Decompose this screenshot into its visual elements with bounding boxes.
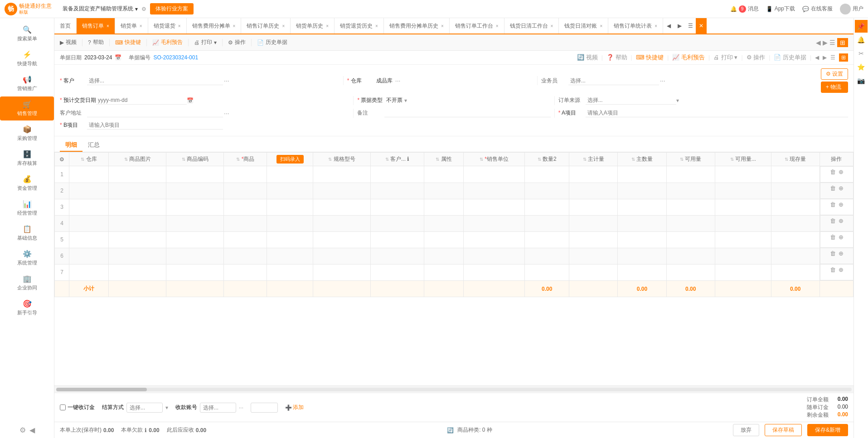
sidebar-item-enterprise[interactable]: 🏢 企业协同 <box>0 271 54 295</box>
sidebar-item-quicknav[interactable]: ⚡ 快捷导航 <box>0 47 54 71</box>
settings-icon[interactable]: ⚙ <box>141 6 146 12</box>
delivery-calendar-icon[interactable]: 📅 <box>187 97 194 104</box>
help2-icon[interactable]: ❓ 帮助 <box>606 53 627 62</box>
customer-addr-input[interactable] <box>87 109 223 117</box>
right-icon-2[interactable]: 🔔 <box>855 34 868 46</box>
warehouse-more-btn[interactable]: ··· <box>395 77 401 84</box>
payment-account-input[interactable] <box>200 403 236 413</box>
row-copy-icon[interactable]: ⊕ <box>839 185 844 197</box>
toolbar-nav-next[interactable]: ▶ <box>823 38 828 47</box>
tab-close-order-stats[interactable]: × <box>655 24 657 29</box>
tab-sales-expense[interactable]: 销售费用分摊单 × <box>187 18 242 34</box>
addr-more-btn[interactable]: ··· <box>224 110 229 117</box>
row-copy-icon[interactable]: ⊕ <box>839 250 844 262</box>
sync-bottom-icon[interactable]: 🔄 <box>447 427 454 433</box>
row-delete-icon[interactable]: 🗑 <box>830 217 836 229</box>
sidebar-item-system[interactable]: ⚙️ 系统管理 <box>0 246 54 270</box>
toolbar-profit[interactable]: 📈 毛利预告 <box>152 39 183 46</box>
toolbar-grid-view[interactable]: ⊞ <box>837 38 848 47</box>
right-icon-4[interactable]: ⭐ <box>855 61 868 73</box>
sidebar-item-operations[interactable]: 📊 经营管理 <box>0 196 54 220</box>
sidebar-item-search[interactable]: 🔍 搜索菜单 <box>0 22 54 46</box>
toolbar-history[interactable]: 📄 历史单据 <box>257 39 287 46</box>
row-copy-icon[interactable]: ⊕ <box>839 217 844 229</box>
ops2-icon[interactable]: ⚙ 操作 <box>747 53 766 62</box>
row-delete-icon[interactable]: 🗑 <box>830 201 836 213</box>
nav-prev2-icon[interactable]: ◀ <box>815 54 819 61</box>
toolbar-video[interactable]: ▶ 视频 <box>60 39 77 46</box>
order-source-dropdown-icon[interactable]: ▾ <box>676 97 679 104</box>
tab-daily-reconcile[interactable]: 钱货日清对账 × <box>559 18 608 34</box>
sidebar-collapse-icon[interactable]: ◀ <box>29 426 35 434</box>
grid2-icon[interactable]: ⊞ <box>839 53 848 62</box>
save-new-btn[interactable]: 保存&新增 <box>807 424 848 436</box>
tab-close-daily-workbench[interactable]: × <box>551 24 553 29</box>
col-scan[interactable]: 扫码录入 <box>267 153 313 166</box>
settings-panel-btn[interactable]: ⚙ 设置 <box>821 68 848 80</box>
toolbar-list-view[interactable]: ☰ <box>829 38 835 47</box>
sidebar-item-marketing[interactable]: 📢 营销推广 <box>0 72 54 96</box>
system-name[interactable]: 装备及固定资产辅助管理系统 ▾ <box>63 5 138 13</box>
row-delete-icon[interactable]: 🗑 <box>830 266 836 278</box>
delivery-date-input[interactable] <box>96 96 187 105</box>
detail-tab-huizong[interactable]: 汇总 <box>82 139 105 152</box>
sidebar-item-inventory[interactable]: 🗄️ 库存核算 <box>0 146 54 170</box>
row-delete-icon[interactable]: 🗑 <box>830 185 836 197</box>
tab-menu-btn[interactable]: ☰ <box>685 18 696 34</box>
history2-icon[interactable]: 📄 历史单据 <box>774 53 806 62</box>
payment-method-input[interactable] <box>126 403 163 413</box>
sidebar-item-purchase[interactable]: 📦 采购管理 <box>0 121 54 145</box>
row-delete-icon[interactable]: 🗑 <box>830 168 836 180</box>
online-service-btn[interactable]: 💬 在线客服 <box>802 5 833 13</box>
tab-close-all-btn[interactable]: ✕ <box>696 18 707 34</box>
profit2-icon[interactable]: 📈 毛利预告 <box>672 53 705 62</box>
one-click-checkout-checkbox[interactable] <box>60 404 66 410</box>
shortcut2-icon[interactable]: ⌨ 快捷键 <box>636 53 664 62</box>
remark-input[interactable] <box>384 109 550 117</box>
tab-invoice-history[interactable]: 销货单历史 × <box>291 18 335 34</box>
invoice-dropdown-icon[interactable]: ▾ <box>404 97 407 104</box>
row-delete-icon[interactable]: 🗑 <box>830 234 836 245</box>
app-download-btn[interactable]: 📱 App下载 <box>766 5 795 13</box>
tab-expense-history[interactable]: 销售费用分摊单历史 × <box>384 18 450 34</box>
customer-input[interactable] <box>87 77 223 85</box>
tab-sales-invoice[interactable]: 销货单 × <box>115 18 148 34</box>
add-payment-btn[interactable]: ➕ 添加 <box>285 404 304 411</box>
sidebar-item-finance[interactable]: 💰 资金管理 <box>0 171 54 195</box>
user-avatar[interactable]: 用户 <box>840 4 863 14</box>
b-project-input[interactable] <box>87 121 223 130</box>
tab-close-daily-reconcile[interactable]: × <box>600 24 602 29</box>
tab-close-invoice-history[interactable]: × <box>326 24 329 29</box>
row-copy-icon[interactable]: ⊕ <box>839 266 844 278</box>
sidebar-item-basicinfo[interactable]: 📋 基础信息 <box>0 221 54 245</box>
industry-btn[interactable]: 体验行业方案 <box>150 3 194 14</box>
tab-order-workbench[interactable]: 销售订单工作台 × <box>450 18 504 34</box>
tab-close-sales-expense[interactable]: × <box>233 24 236 29</box>
payment-account-more-btn[interactable]: ··· <box>239 404 243 411</box>
tab-close-sales-invoice[interactable]: × <box>140 24 142 29</box>
row-copy-icon[interactable]: ⊕ <box>839 201 844 213</box>
toolbar-nav-prev[interactable]: ◀ <box>816 38 821 47</box>
tab-return-history[interactable]: 销货退货历史 × <box>335 18 384 34</box>
nav-next2-icon[interactable]: ▶ <box>823 54 827 61</box>
notice-btn[interactable]: 🔔 9 9 消息 <box>730 5 759 13</box>
tab-close-order-workbench[interactable]: × <box>496 24 499 29</box>
payment-method-dropdown[interactable]: ▾ <box>165 404 168 411</box>
right-icon-1[interactable]: 📌 <box>855 20 868 33</box>
tab-next-btn[interactable]: ▶ <box>674 18 685 34</box>
tab-home[interactable]: 首页 <box>54 18 77 34</box>
sidebar-item-guide[interactable]: 🎯 新手引导 <box>0 296 54 320</box>
row-copy-icon[interactable]: ⊕ <box>839 168 844 180</box>
scan-btn[interactable]: 扫码录入 <box>276 155 304 164</box>
tab-daily-workbench[interactable]: 钱货日清工作台 × <box>504 18 559 34</box>
tab-sales-return[interactable]: 销货退货 × <box>148 18 187 34</box>
tab-close-expense-history[interactable]: × <box>441 24 444 29</box>
sidebar-settings-icon[interactable]: ⚙ <box>19 426 26 434</box>
tab-sales-order-history[interactable]: 销售订单历史 × <box>241 18 291 34</box>
tab-prev-btn[interactable]: ◀ <box>663 18 674 34</box>
tab-close-sales-return[interactable]: × <box>178 24 181 29</box>
toolbar-help[interactable]: ? 帮助 <box>88 39 104 46</box>
calendar-icon[interactable]: 📅 <box>115 54 121 61</box>
row-delete-icon[interactable]: 🗑 <box>830 250 836 262</box>
salesman-input[interactable] <box>568 77 659 85</box>
